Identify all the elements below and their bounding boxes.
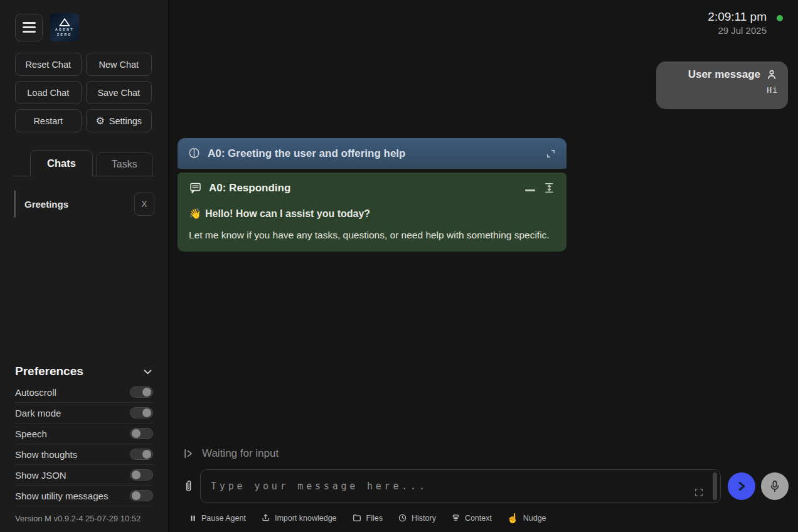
gear-icon: ⚙ [95,115,104,127]
bottom-panel: Waiting for input [169,443,798,532]
save-chat-button[interactable]: Save Chat [86,81,152,104]
chat-list: Greetings X [14,190,154,218]
hamburger-menu-button[interactable] [15,14,43,41]
bottom-toolbar: Pause Agent Import knowledge Files [169,503,798,532]
expand-vertical-icon[interactable] [543,181,555,194]
attachment-paperclip-icon[interactable] [183,478,194,494]
chat-item-title: Greetings [24,199,125,210]
fullscreen-input-icon[interactable] [694,487,704,497]
logo-text-line2: ZERO [57,33,72,36]
agent-response-card: A0: Responding 👋Hello! How can I assist … [178,173,567,252]
show-json-toggle[interactable] [130,469,153,481]
microphone-button[interactable] [761,472,789,500]
agent-zero-app: AGENT ZERO Reset Chat New Chat Load Chat… [0,0,798,532]
user-message-bubble: User message Hi [656,61,788,109]
version-label: Version M v0.9.2-4 25-07-29 10:52 [15,514,153,523]
sidebar: AGENT ZERO Reset Chat New Chat Load Chat… [0,0,169,532]
tab-tasks[interactable]: Tasks [96,152,153,176]
nudge-hand-icon: ☝ [507,513,519,523]
logo-text-line1: AGENT [55,28,74,31]
sidebar-tabs: Chats Tasks [13,150,154,176]
load-chat-button[interactable]: Load Chat [15,81,82,104]
restart-button[interactable]: Restart [15,109,82,132]
chat-close-button[interactable]: X [134,193,154,216]
upload-icon [261,513,270,523]
send-button[interactable] [728,472,755,500]
pref-label: Show utility messages [15,491,108,501]
agent-heading-bar: A0: Greeting the user and offering help [178,138,567,169]
user-message-text: Hi [666,85,778,95]
message-input[interactable] [201,470,720,503]
nudge-button[interactable]: ☝ Nudge [507,513,546,523]
chat-list-item[interactable]: Greetings X [14,190,154,218]
pref-row-show-thoughts: Show thoughts [15,444,153,465]
settings-button[interactable]: ⚙ Settings [86,109,152,132]
pause-icon [189,514,197,523]
history-clock-icon [398,513,407,523]
agent-response-title: A0: Responding [209,182,518,194]
agent-response-line2: Let me know if you have any tasks, quest… [189,230,555,241]
pref-label: Dark mode [15,408,61,418]
pref-row-show-json: Show JSON [15,465,153,486]
chevron-down-icon [142,366,153,377]
speech-toggle[interactable] [130,428,153,439]
context-stack-icon [451,513,460,523]
sidebar-header: AGENT ZERO [15,13,153,41]
history-button[interactable]: History [398,513,436,523]
pref-row-autoscroll: Autoscroll [15,382,153,403]
pref-row-speech: Speech [15,423,153,444]
person-icon [765,68,778,81]
autoscroll-toggle[interactable] [130,386,153,398]
date-display: 29 Jul 2025 [708,25,767,36]
agent-zero-logo: AGENT ZERO [50,13,79,41]
hamburger-icon [23,22,36,24]
folder-icon [352,513,362,523]
clock-widget: 2:09:11 pm 29 Jul 2025 [708,10,785,36]
new-chat-button[interactable]: New Chat [86,53,152,76]
wave-emoji: 👋 [189,208,201,219]
agent-status-row: Waiting for input [169,443,798,464]
show-thoughts-toggle[interactable] [130,449,153,460]
preferences-header[interactable]: Preferences [15,361,153,382]
settings-label: Settings [109,116,142,126]
context-button[interactable]: Context [451,513,492,523]
time-display: 2:09:11 pm [708,10,767,24]
pref-row-show-utility: Show utility messages [15,486,153,506]
pref-label: Speech [15,428,47,439]
pref-row-dark-mode: Dark mode [15,403,153,423]
minimize-icon[interactable] [525,189,535,191]
dark-mode-toggle[interactable] [130,407,153,418]
expand-message-icon[interactable] [545,148,556,159]
active-chat-accent-bar [14,190,16,218]
import-knowledge-button[interactable]: Import knowledge [261,513,337,523]
send-arrow-icon [735,479,748,493]
show-utility-toggle[interactable] [130,490,153,501]
sidebar-buttons: Reset Chat New Chat Load Chat Save Chat … [15,53,152,132]
pref-label: Show JSON [15,470,66,481]
online-status-dot [777,15,783,21]
brain-icon [188,147,201,160]
pref-label: Autoscroll [15,387,56,398]
agent-response-line1: 👋Hello! How can I assist you today? [189,208,555,220]
message-icon [189,181,202,194]
microphone-icon [768,479,782,493]
main-area: 2:09:11 pm 29 Jul 2025 User message Hi [169,0,798,532]
pref-label: Show thoughts [15,449,77,460]
logo-triangle-icon [58,18,71,26]
message-input-row [169,469,798,503]
user-message-title: User message [688,68,760,81]
waiting-input-icon [183,447,195,460]
message-input-box [200,469,721,503]
reset-chat-button[interactable]: Reset Chat [15,53,82,76]
pause-agent-button[interactable]: Pause Agent [189,514,246,523]
agent-status-text: Waiting for input [202,447,279,460]
preferences-section: Preferences Autoscroll Dark mode Speech … [15,361,153,506]
agent-heading-title: A0: Greeting the user and offering help [208,147,538,160]
tab-chats[interactable]: Chats [30,150,93,176]
input-scrollbar[interactable] [713,472,717,500]
preferences-title: Preferences [15,364,83,378]
files-button[interactable]: Files [352,513,383,523]
